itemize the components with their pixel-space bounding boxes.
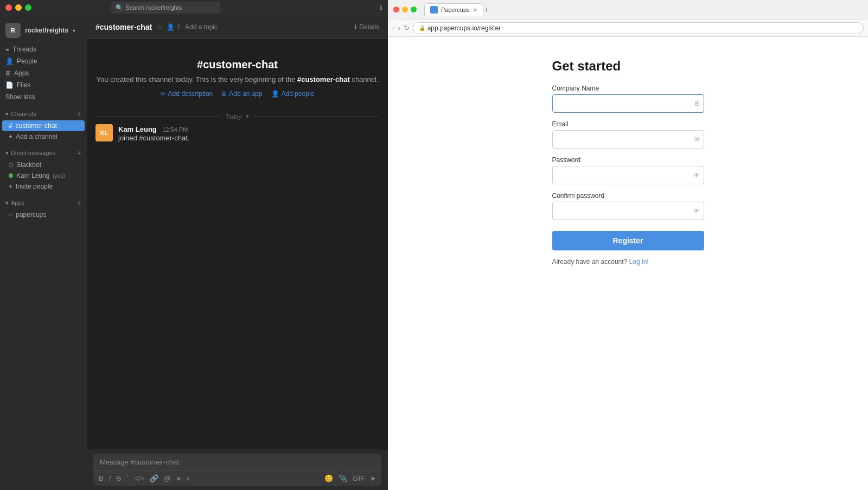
star-icon[interactable]: ☆: [156, 23, 162, 31]
direct-messages-section: ▾ Direct messages + Slackbot Kam Leung (…: [0, 146, 87, 192]
app-icon: ⊞: [221, 90, 227, 98]
add-app-button[interactable]: ⊞ Add an app: [221, 90, 262, 98]
url-bar[interactable]: 🔒 app.papercups.io/register: [413, 22, 864, 34]
chat-input-area: B I S ` </> 🔗 @ ≡ » 😊 📎 GIF: [87, 449, 388, 490]
emoji-button[interactable]: 😊: [323, 473, 334, 483]
sidebar-item-papercups[interactable]: ○ papercups: [0, 209, 87, 220]
rocket-chat-app: 🔍 Search rocketfreights ℹ R rocketfreigh…: [0, 0, 388, 490]
email-label: Email: [552, 120, 704, 128]
browser-content: Get started Company Name ⊞ Email ✉: [388, 37, 868, 490]
add-topic-button[interactable]: Add a topic: [185, 23, 218, 31]
sidebar-item-customer-chat[interactable]: # customer-chat: [2, 120, 85, 131]
sidebar-item-slackbot[interactable]: Slackbot: [0, 159, 87, 170]
sidebar: R rocketfreights ▾ ≡ Threads 👤 People ⊞ …: [0, 15, 87, 490]
browser-minimize-button[interactable]: [402, 7, 408, 12]
sidebar-item-threads[interactable]: ≡ Threads: [0, 43, 87, 55]
kam-leung-label: Kam Leung: [16, 172, 49, 179]
browser-traffic-lights: [393, 7, 417, 12]
dm-label: Direct messages: [11, 150, 55, 156]
tab-bar: Papercups ✕ +: [424, 3, 489, 16]
url-text: app.papercups.io/register: [427, 24, 501, 32]
add-app-icon[interactable]: +: [77, 198, 81, 207]
sidebar-item-people[interactable]: 👤 People: [0, 55, 87, 67]
app-search-bar[interactable]: 🔍 Search rocketfreights: [111, 2, 220, 14]
add-channel-icon[interactable]: +: [77, 109, 81, 118]
channel-actions: ✏ Add description ⊞ Add an app 👤 Add peo…: [95, 90, 379, 98]
dm-section-header[interactable]: ▾ Direct messages +: [0, 146, 87, 159]
format-inline-code-button[interactable]: `: [125, 473, 130, 483]
offline-status-dot: [9, 163, 13, 167]
login-link[interactable]: Log in!: [629, 258, 649, 266]
list-button[interactable]: ≡: [175, 473, 182, 483]
sidebar-item-files[interactable]: 📄 Files: [0, 79, 87, 91]
login-link-section: Already have an account? Log in!: [552, 258, 704, 266]
confirm-password-eye-icon[interactable]: 👁: [693, 207, 700, 215]
tab-title: Papercups: [441, 7, 470, 13]
company-input-icon: ⊞: [694, 100, 700, 107]
lock-icon: 🔒: [419, 25, 425, 31]
gif-button[interactable]: GIF: [352, 473, 366, 483]
block-quote-button[interactable]: »: [185, 473, 191, 483]
plus-icon: +: [9, 133, 12, 140]
add-description-label: Add description: [168, 90, 213, 98]
chat-messages: #customer-chat You created this channel …: [87, 39, 388, 449]
format-strikethrough-button[interactable]: S: [115, 473, 122, 483]
close-window-button[interactable]: [5, 4, 12, 11]
back-button[interactable]: ‹: [392, 24, 394, 32]
attachment-button[interactable]: 📎: [337, 473, 348, 483]
add-people-button[interactable]: 👤 Add people: [271, 90, 315, 98]
reload-button[interactable]: ↻: [404, 24, 410, 32]
confirm-password-input-wrapper: 👁: [552, 202, 704, 220]
sidebar-item-add-channel[interactable]: + Add a channel: [0, 131, 87, 142]
papercups-label: papercups: [16, 211, 46, 218]
forward-button[interactable]: ›: [398, 24, 400, 32]
sidebar-item-apps[interactable]: ⊞ Apps: [0, 67, 87, 79]
search-placeholder: Search rocketfreights: [125, 4, 182, 11]
message-time: 12:54 PM: [162, 126, 188, 133]
browser-tab-papercups[interactable]: Papercups ✕: [424, 3, 483, 16]
channels-section-header[interactable]: ▾ Channels +: [0, 107, 87, 120]
browser-close-button[interactable]: [393, 7, 399, 12]
format-code-button[interactable]: </>: [133, 473, 145, 483]
invite-people-label: Invite people: [16, 183, 53, 190]
chat-input-wrapper: B I S ` </> 🔗 @ ≡ » 😊 📎 GIF: [93, 454, 381, 486]
password-input[interactable]: [552, 166, 704, 184]
new-tab-button[interactable]: +: [484, 5, 489, 14]
format-italic-button[interactable]: I: [108, 473, 112, 483]
apps-section-header[interactable]: ▾ Apps +: [0, 196, 87, 209]
password-group: Password 👁: [552, 156, 704, 184]
details-button[interactable]: ℹ Details: [354, 23, 379, 31]
add-description-button[interactable]: ✏ Add description: [161, 90, 213, 98]
workspace-initial: R: [11, 27, 15, 34]
workspace-header[interactable]: R rocketfreights ▾: [0, 20, 87, 41]
link-button[interactable]: 🔗: [149, 473, 159, 483]
channel-desc-suffix: channel.: [350, 75, 379, 83]
message-input[interactable]: [93, 454, 381, 470]
channels-label: Channels: [11, 111, 36, 117]
send-button[interactable]: ➤: [369, 473, 377, 483]
confirm-password-input[interactable]: [552, 202, 704, 220]
company-name-label: Company Name: [552, 85, 704, 92]
online-status-dot: [9, 173, 13, 178]
tab-close-button[interactable]: ✕: [473, 7, 477, 13]
company-name-input[interactable]: [552, 94, 704, 113]
email-input[interactable]: [552, 130, 704, 149]
channel-info: #customer-chat You created this channel …: [95, 48, 379, 108]
format-bold-button[interactable]: B: [98, 473, 105, 483]
search-icon: 🔍: [116, 4, 123, 11]
add-dm-icon[interactable]: +: [77, 149, 81, 157]
files-label: Files: [17, 81, 30, 89]
you-badge: (you): [53, 173, 65, 179]
info-icon: ℹ: [354, 23, 357, 31]
minimize-window-button[interactable]: [15, 4, 22, 11]
sidebar-item-show-less[interactable]: Show less: [0, 91, 87, 103]
password-eye-icon[interactable]: 👁: [693, 171, 700, 179]
sidebar-item-kam-leung[interactable]: Kam Leung (you): [0, 170, 87, 181]
browser-maximize-button[interactable]: [411, 7, 417, 12]
register-button[interactable]: Register: [552, 231, 704, 250]
maximize-window-button[interactable]: [25, 4, 31, 11]
sidebar-item-invite-people[interactable]: + Invite people: [0, 181, 87, 192]
member-count: 👤 1: [167, 23, 181, 31]
mention-button[interactable]: @: [163, 473, 172, 483]
email-input-icon: ✉: [694, 136, 700, 143]
